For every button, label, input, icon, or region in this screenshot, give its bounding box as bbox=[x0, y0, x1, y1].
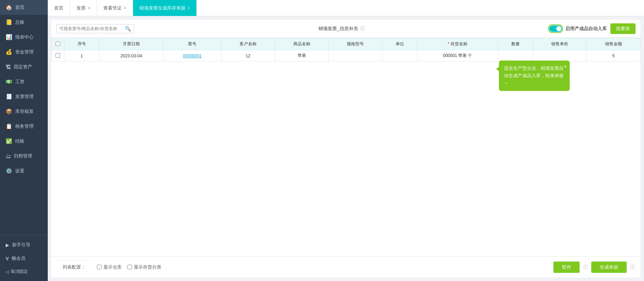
archive-icon: 🗂 bbox=[6, 153, 11, 159]
sidebar-item-vip[interactable]: V 畅会员 bbox=[0, 252, 48, 265]
sidebar-item-general-ledger[interactable]: 📒 总账 bbox=[0, 15, 48, 30]
sidebar-label-home: 首页 bbox=[15, 4, 24, 11]
sidebar-label-assets: 固定资产 bbox=[14, 64, 32, 70]
select-all-checkbox[interactable] bbox=[56, 41, 60, 46]
tab-voucher-close[interactable]: × bbox=[124, 6, 126, 11]
main-area: 首页 发票 × 查看凭证 × 销项发票生成库存单据 × 🔍 销项发票_信息补充 … bbox=[48, 0, 644, 281]
th-qty: 数量 bbox=[498, 38, 533, 50]
sidebar-label-payroll: 工资 bbox=[15, 79, 24, 85]
tooltip-close-button[interactable]: × bbox=[564, 63, 567, 70]
table-header-row: 序号 开票日期 票号 客户名称 商品名称 规格型号 单位 * 存货名称 数量 销… bbox=[52, 38, 640, 50]
sidebar-item-archive[interactable]: 🗂 归档管理 bbox=[0, 149, 48, 164]
row-seq: 1 bbox=[64, 50, 99, 62]
sidebar-fix-toggle[interactable]: ◁ 取消固定 bbox=[0, 265, 48, 278]
report-icon: 📊 bbox=[6, 34, 12, 40]
th-number: 票号 bbox=[163, 38, 222, 50]
show-warehouse-checkbox[interactable] bbox=[97, 265, 102, 269]
sidebar-item-home[interactable]: 🏠 首页 bbox=[0, 0, 48, 15]
row-inventory: 000001 苹果 个 bbox=[417, 50, 498, 62]
sidebar-item-tax-management[interactable]: 📋 税务管理 bbox=[0, 119, 48, 134]
th-customer: 客户名称 bbox=[221, 38, 275, 50]
th-unit: 单位 bbox=[382, 38, 417, 50]
toggle-label: 启用产成品自动入库 bbox=[565, 25, 607, 32]
tab-cancel-invoice[interactable]: 销项发票生成库存单据 × bbox=[133, 0, 197, 16]
search-input[interactable] bbox=[59, 26, 123, 31]
show-category-checkbox[interactable] bbox=[127, 265, 132, 269]
show-warehouse-text: 显示仓库 bbox=[103, 264, 122, 270]
row-number-link[interactable]: 00000001 bbox=[183, 53, 202, 58]
row-unit bbox=[382, 50, 417, 62]
tab-voucher[interactable]: 查看凭证 × bbox=[97, 0, 133, 16]
tab-voucher-label: 查看凭证 bbox=[103, 5, 122, 11]
vip-icon: V bbox=[6, 256, 9, 261]
save-info-icon[interactable]: ⓘ bbox=[583, 264, 588, 270]
row-number[interactable]: 00000001 bbox=[163, 50, 222, 62]
th-seq: 序号 bbox=[64, 38, 99, 50]
show-category-text: 显示存货分类 bbox=[134, 264, 161, 270]
sidebar-label-archive: 归档管理 bbox=[14, 153, 32, 159]
assets-icon: 🏗 bbox=[6, 64, 11, 70]
show-category-label[interactable]: 显示存货分类 bbox=[127, 264, 161, 270]
sidebar-item-inventory[interactable]: 📦 库存核算 bbox=[0, 104, 48, 119]
row-checkbox-cell bbox=[52, 50, 64, 62]
tab-home-label: 首页 bbox=[54, 5, 63, 11]
sidebar-item-beginner[interactable]: ▶ 新手引导 bbox=[0, 238, 48, 252]
bottom-bar: 列表配置： 显示仓库 显示存货分类 暂存 ⓘ 生成单据 ⓘ bbox=[51, 256, 640, 277]
sidebar-item-invoice-management[interactable]: 🧾 发票管理 bbox=[0, 89, 48, 104]
search-icon[interactable]: 🔍 bbox=[125, 26, 131, 31]
th-amount: 销售金额 bbox=[587, 38, 640, 50]
sidebar-item-report-center[interactable]: 📊 报表中心 bbox=[0, 30, 48, 45]
bottom-actions: 暂存 ⓘ 生成单据 ⓘ bbox=[553, 262, 635, 273]
table-row: 1 2023-03-04 00000001 12 苹果 000001 苹果 个 … bbox=[52, 50, 640, 62]
ledger-icon: 📒 bbox=[6, 19, 12, 25]
toolbar-info: 销项发票_信息补充 ⓘ bbox=[138, 25, 545, 32]
save-button[interactable]: 暂存 bbox=[553, 262, 580, 273]
toolbar-right: 启用产成品自动入库 批量填 bbox=[549, 23, 636, 34]
sidebar-label-report: 报表中心 bbox=[15, 34, 34, 40]
th-spec: 规格型号 bbox=[328, 38, 382, 50]
tab-invoice[interactable]: 发票 × bbox=[70, 0, 97, 16]
toolbar: 🔍 销项发票_信息补充 ⓘ 启用产成品自动入库 批量填 bbox=[51, 20, 640, 38]
search-box[interactable]: 🔍 bbox=[56, 24, 134, 33]
row-amount: 5 bbox=[587, 50, 640, 62]
tab-cancel-invoice-close[interactable]: × bbox=[188, 6, 190, 11]
tax-icon: 📋 bbox=[6, 123, 12, 130]
row-product: 苹果 bbox=[275, 50, 329, 62]
main-table: 序号 开票日期 票号 客户名称 商品名称 规格型号 单位 * 存货名称 数量 销… bbox=[51, 38, 640, 62]
payroll-icon: 💵 bbox=[6, 79, 12, 85]
row-unit-price bbox=[533, 50, 587, 62]
generate-info-icon[interactable]: ⓘ bbox=[630, 264, 635, 270]
th-inventory-label: 存货名称 bbox=[450, 41, 467, 46]
toggle-switch[interactable] bbox=[549, 25, 562, 32]
inventory-icon: 📦 bbox=[6, 108, 12, 115]
sidebar-label-beginner: 新手引导 bbox=[12, 242, 30, 248]
th-unit-price: 销售单价 bbox=[533, 38, 587, 50]
row-checkbox[interactable] bbox=[56, 53, 60, 58]
th-product: 商品名称 bbox=[275, 38, 329, 50]
generate-button[interactable]: 生成单据 bbox=[591, 262, 627, 273]
sidebar-item-payroll[interactable]: 💵 工资 bbox=[0, 74, 48, 89]
sidebar-item-settlement[interactable]: ✅ 结账 bbox=[0, 134, 48, 149]
sidebar-label-ledger: 总账 bbox=[15, 19, 24, 25]
th-checkbox bbox=[52, 38, 64, 50]
sidebar-label-fund: 资金管理 bbox=[15, 49, 34, 55]
show-warehouse-label[interactable]: 显示仓库 bbox=[97, 264, 122, 270]
sidebar-label-invoice: 发票管理 bbox=[15, 93, 34, 100]
home-icon: 🏠 bbox=[6, 4, 12, 11]
tooltip-text: 适合生产型企业，销项发票自动生成产成品入库，快来体验～ bbox=[504, 65, 564, 86]
tab-bar: 首页 发票 × 查看凭证 × 销项发票生成库存单据 × bbox=[48, 0, 644, 16]
info-question-icon[interactable]: ⓘ bbox=[360, 25, 365, 32]
sidebar-label-tax: 税务管理 bbox=[15, 123, 34, 130]
pin-icon: ◁ bbox=[6, 269, 9, 274]
beginner-icon: ▶ bbox=[6, 242, 9, 248]
tab-invoice-close[interactable]: × bbox=[88, 6, 90, 11]
row-qty bbox=[498, 50, 533, 62]
toggle-area bbox=[549, 25, 562, 32]
row-customer: 12 bbox=[221, 50, 275, 62]
batch-fill-button[interactable]: 批量填 bbox=[610, 23, 636, 34]
sidebar-item-settings[interactable]: ⚙️ 设置 bbox=[0, 164, 48, 178]
sidebar-item-fund-management[interactable]: 💰 资金管理 bbox=[0, 45, 48, 59]
tab-home[interactable]: 首页 bbox=[48, 0, 70, 16]
sidebar-bottom: ▶ 新手引导 V 畅会员 ◁ 取消固定 bbox=[0, 235, 48, 281]
sidebar-item-fixed-assets[interactable]: 🏗 固定资产 bbox=[0, 59, 48, 74]
